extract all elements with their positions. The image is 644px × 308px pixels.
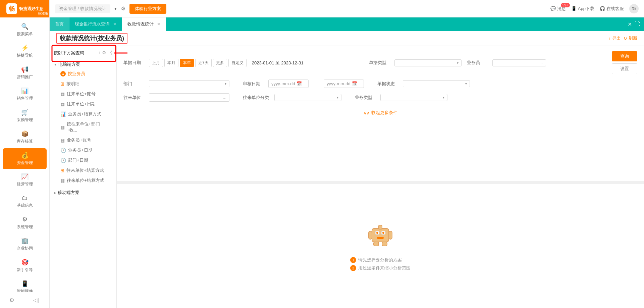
biz-type-select[interactable]: ▾ — [380, 94, 447, 101]
scheme-item-by-staff[interactable]: ● 按业务员 — [54, 69, 112, 79]
date-btn-custom[interactable]: 自定义 — [228, 59, 247, 67]
system-icon: ⚙ — [22, 216, 28, 223]
sidebar-item-business[interactable]: 📈 经营管理 — [3, 170, 47, 191]
filter-area: 单据日期 上月 本月 本年 近7天 更多 自定义 2023-01-01 — [117, 46, 644, 181]
avatar[interactable]: Rit — [629, 4, 639, 13]
tab-maximize-btn[interactable]: ⛶ — [635, 21, 640, 27]
partner-label: 往来单位 — [123, 95, 144, 101]
collapse-bar[interactable]: ∧∧ 收起更多条件 — [123, 107, 637, 118]
scheme-item-staff-payment-label: 业务员+结算方式 — [68, 111, 101, 117]
inventory-icon: 📦 — [21, 130, 29, 138]
sidebar-item-sales[interactable]: 📊 销售管理 — [3, 84, 47, 105]
date-btn-last-month[interactable]: 上月 — [149, 59, 163, 67]
scheme-category-desktop-header[interactable]: ▼ 电脑端方案 — [54, 60, 112, 69]
scheme-collapse-btn[interactable]: 《 — [108, 50, 112, 56]
footer-collapse-btn[interactable]: ◁‖ — [31, 296, 43, 305]
scheme-item-partner-dept[interactable]: ▦ 按往来单位+部门+收... — [54, 119, 112, 135]
tab-receipt-close[interactable]: ✕ — [157, 22, 160, 27]
scheme-add-btn[interactable]: + — [98, 50, 101, 56]
refresh-icon: ↻ — [624, 36, 627, 41]
date-btn-more[interactable]: 更多 — [213, 59, 227, 67]
scheme-item-partner-dept-label: 按往来单位+部门+收... — [67, 121, 110, 133]
message-btn[interactable]: 💬 消息 99+ — [550, 6, 566, 12]
sidebar-item-corp[interactable]: 🏢 企业协同 — [3, 234, 47, 255]
setting-button[interactable]: 设置 — [612, 63, 637, 74]
scheme-category-mobile-header[interactable]: ▶ 移动端方案 — [54, 188, 112, 197]
query-button[interactable]: 查询 — [612, 51, 637, 61]
logo-area: 畅 畅捷通好生意 标准版 — [0, 0, 49, 17]
scheme-item-staff-date[interactable]: 🕐 业务员+日期 — [54, 145, 112, 155]
sidebar-label-inventory: 库存核算 — [17, 139, 33, 144]
scheme-item-dept-date[interactable]: 🕐 部门+日期 — [54, 155, 112, 165]
message-icon: 💬 — [550, 6, 556, 11]
footer-settings-btn[interactable]: ⚙ — [7, 296, 17, 305]
filter-row-3: 往来单位 ... 往来单位分类 ▾ 业务类型 — [123, 93, 637, 102]
tab-close-all-btn[interactable]: ✕ — [628, 21, 632, 28]
scheme-setting-btn[interactable]: ⚙ — [102, 50, 106, 56]
trial-button[interactable]: 体验行业方案 — [129, 4, 166, 14]
svg-rect-7 — [369, 231, 372, 239]
partner-category-select[interactable]: ▾ — [274, 94, 341, 101]
sidebar-footer: ⚙ ◁‖ — [0, 292, 49, 308]
review-date-start-input[interactable]: yyyy-mm-dd 📅 — [268, 80, 309, 88]
service-btn[interactable]: 🎧 在线客服 — [600, 6, 624, 12]
partner-select[interactable]: ... — [149, 93, 229, 102]
sidebar-item-finance[interactable]: 💰 资金管理 — [3, 148, 47, 169]
export-button[interactable]: ↑ 导出 — [609, 35, 621, 41]
scheme-item-partner-payment2[interactable]: ▦ 往来单位+结算方式 — [54, 175, 112, 186]
date-btn-this-year[interactable]: 本年 — [180, 59, 194, 67]
tab-receipt[interactable]: 收款情况统计 ✕ — [122, 17, 166, 31]
topbar-gear-btn[interactable]: ⚙ — [121, 5, 125, 12]
date-btn-7days[interactable]: 近7天 — [195, 59, 212, 67]
page-header-actions: ↑ 导出 ↻ 刷新 — [609, 35, 638, 41]
sidebar-item-marketing[interactable]: 📢 营销推广 — [3, 62, 47, 83]
main-content: 资金管理 / 收款情况统计 ▾ ⚙ 体验行业方案 💬 消息 99+ 📱 App下… — [50, 0, 644, 308]
review-date-dash: — — [314, 81, 318, 86]
scheme-item-partner-payment1[interactable]: ⊞ 往来单位+结算方式 — [54, 165, 112, 175]
tab-bank[interactable]: 现金银行流水查询 ✕ — [69, 17, 122, 31]
page-header: 收款情况统计(按业务员) ↑ 导出 ↻ 刷新 — [50, 31, 644, 46]
dept-select[interactable]: ▾ — [149, 80, 229, 87]
sidebar-item-guide[interactable]: 🎯 新手引导 — [3, 255, 47, 276]
detail-grid-icon: ⊞ — [60, 81, 64, 87]
scheme-item-staff-account[interactable]: ▦ 业务员+账号 — [54, 135, 112, 145]
sidebar-item-inventory[interactable]: 📦 库存核算 — [3, 127, 47, 148]
sidebar-item-basic[interactable]: 🗂 基础信息 — [3, 191, 47, 212]
filter-row-1: 单据日期 上月 本月 本年 近7天 更多 自定义 2023-01-01 — [123, 51, 637, 74]
svg-rect-10 — [382, 242, 387, 246]
svg-rect-8 — [389, 231, 392, 239]
refresh-button[interactable]: ↻ 刷新 — [624, 35, 637, 41]
sidebar: 畅 畅捷通好生意 标准版 🔍 搜索菜单 ⚡ 快捷导航 📢 营销推广 📊 销售管 — [0, 0, 50, 308]
scheme-panel-title: 按以下方案查询 — [54, 50, 84, 56]
date-btn-this-month[interactable]: 本月 — [164, 59, 178, 67]
bill-type-select[interactable]: ▾ — [394, 59, 462, 66]
review-date-end-input[interactable]: yyyy-mm-dd 📅 — [324, 80, 364, 88]
app-icon: 📱 — [571, 6, 577, 11]
scheme-item-partner-account[interactable]: ▦ 往来单位+账号 — [54, 89, 112, 99]
sidebar-item-system[interactable]: ⚙ 系统管理 — [3, 212, 47, 233]
scheme-item-partner-payment2-label: 往来单位+结算方式 — [67, 177, 104, 184]
robot-svg — [364, 218, 397, 252]
tab-bank-close[interactable]: ✕ — [113, 22, 116, 27]
date-quick-btns: 上月 本月 本年 近7天 更多 自定义 — [149, 59, 247, 67]
sidebar-item-hardware[interactable]: 📱 智能硬件 — [3, 277, 47, 292]
sidebar-item-search[interactable]: 🔍 搜索菜单 — [3, 19, 47, 40]
scheme-item-staff-label: 按业务员 — [68, 71, 85, 77]
scheme-item-by-detail[interactable]: ⊞ 按明细 — [54, 79, 112, 89]
scheme-item-partner-date[interactable]: ▦ 往来单位+日期 — [54, 99, 112, 109]
staff-ellipsis-btn[interactable]: ··· — [540, 61, 543, 65]
sidebar-label-sales: 销售管理 — [17, 96, 33, 101]
mobile-category-label: 移动端方案 — [58, 190, 79, 196]
staff-select[interactable]: ··· — [492, 59, 546, 66]
scheme-item-staff-payment[interactable]: 📊 业务员+结算方式 — [54, 109, 112, 119]
bill-status-select[interactable]: ▾ — [403, 80, 470, 87]
tab-home[interactable]: 首页 — [50, 17, 69, 31]
tip-text-2: 用过滤条件来缩小分析范围 — [358, 265, 411, 271]
sidebar-item-purchase[interactable]: 🛒 采购管理 — [3, 105, 47, 126]
logo-icon: 畅 — [6, 3, 17, 14]
topbar-dropdown-icon[interactable]: ▾ — [114, 6, 117, 11]
sidebar-item-quicknav[interactable]: ⚡ 快捷导航 — [3, 41, 47, 62]
partner-ellipsis-btn[interactable]: ... — [223, 95, 226, 100]
date-range-end: 2023-12-31 — [281, 60, 304, 65]
app-download-btn[interactable]: 📱 App下载 — [571, 6, 594, 12]
